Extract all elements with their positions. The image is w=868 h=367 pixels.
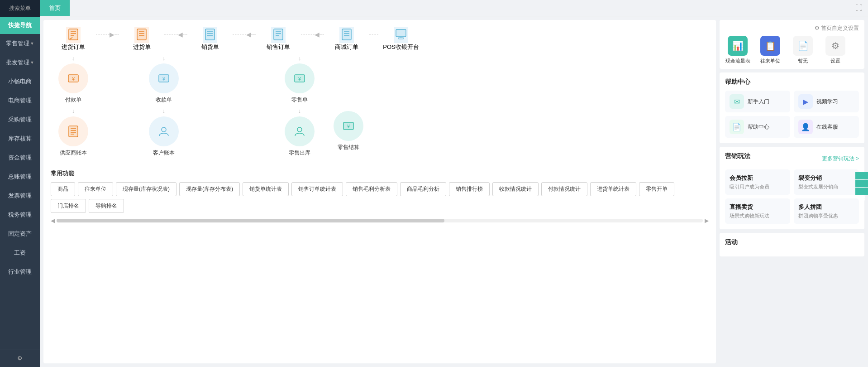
flow-row-2: ↓ ¥ 付款单 ↓ ¥: [51, 53, 709, 104]
mc-title-member: 会员拉新: [730, 174, 786, 182]
qi-label-cash_flow: 现金流量表: [725, 58, 750, 64]
func-btn-商品毛利分析[interactable]: 商品毛利分析: [400, 182, 446, 196]
settings-gear-icon[interactable]: ⚙: [0, 349, 40, 367]
arrow-left-2: ◀: [246, 31, 251, 38]
marketing-card-live[interactable]: 直播卖货 场景式购物新玩法: [725, 198, 790, 224]
flow-node-retail-outbound[interactable]: 零售出库: [277, 116, 322, 157]
sales-order-label: 销售订单: [267, 43, 290, 51]
help-item-help[interactable]: 📄 帮助中心: [725, 116, 790, 138]
sidebar-item-inventory[interactable]: 库存核算: [0, 129, 40, 148]
sales-order-icon: [271, 27, 286, 43]
flow-node-receipt[interactable]: ¥ 收款单: [141, 63, 186, 104]
arrow-6: [251, 34, 256, 34]
flow-node-retail-order[interactable]: ¥ 零售单: [277, 63, 322, 104]
quick-icon-cash_flow[interactable]: 📊 现金流量表: [725, 36, 750, 64]
flow-node-purchase-order[interactable]: 进货订单: [51, 27, 96, 51]
quick-icon-none[interactable]: 📄 暂无: [790, 36, 816, 64]
tab-home[interactable]: 首页: [40, 0, 70, 16]
quick-icon-counterpart[interactable]: 📋 往来单位: [758, 36, 783, 64]
flow-node-pos[interactable]: POS收银开台: [378, 27, 424, 51]
sidebar-item-ecom-mini[interactable]: 小畅电商: [0, 72, 40, 91]
func-btn-现存量库存分布表[interactable]: 现存量(库存分布表): [179, 182, 240, 196]
sidebar-item-fixed-assets[interactable]: 固定资产: [0, 224, 40, 243]
svg-text:¥: ¥: [162, 76, 166, 82]
scrollbar-container: ◀ ▶: [51, 217, 709, 224]
quick-icons: 📊 现金流量表 📋 往来单位 📄 暂无 ⚙ 设置: [725, 36, 859, 64]
func-btn-销货单统计表[interactable]: 销货单统计表: [243, 182, 289, 196]
marketing-card-group[interactable]: 多人拼团 拼团购物享受优惠: [794, 198, 859, 224]
scroll-right-btn[interactable]: ▶: [705, 217, 709, 224]
func-btn-收款情况统计[interactable]: 收款情况统计: [492, 182, 539, 196]
func-btn-付款情况统计[interactable]: 付款情况统计: [541, 182, 587, 196]
func-btn-现存量库存状况表[interactable]: 现存量(库存状况表): [116, 182, 176, 196]
func-btn-进货单统计表[interactable]: 进货单统计表: [590, 182, 636, 196]
retail-order-icon: ¥: [285, 63, 315, 93]
quick-access-settings[interactable]: ⚙ 首页自定义设置: [725, 24, 859, 32]
sidebar-item-retail[interactable]: 零售管理 ▼: [0, 34, 40, 53]
sidebar-item-invoice[interactable]: 发票管理: [0, 186, 40, 205]
func-btn-导购排名[interactable]: 导购排名: [89, 199, 124, 213]
arrow-3: [164, 34, 178, 34]
retail-order-label: 零售单: [291, 96, 308, 104]
help-item-video[interactable]: ▶ 视频学习: [794, 91, 859, 112]
mc-desc-live: 场景式购物新玩法: [730, 212, 786, 219]
sidebar-item-wholesale[interactable]: 批发管理 ▼: [0, 53, 40, 72]
flow-node-sales-order[interactable]: 销售订单: [256, 27, 301, 51]
float-btn-community[interactable]: 服务社区: [855, 180, 868, 187]
vert-col-receipt: ↓ ¥ 收款单: [141, 53, 186, 104]
flow-node-supplier-account[interactable]: 供应商账本: [51, 116, 96, 157]
sales-bill-icon: [203, 27, 217, 43]
sidebar-item-tax[interactable]: 税务管理: [0, 205, 40, 224]
flow-node-customer-account[interactable]: 客户账本: [141, 116, 186, 157]
marketing-card-member[interactable]: 会员拉新 吸引用户成为会员: [725, 169, 790, 195]
func-btn-零售开单[interactable]: 零售开单: [639, 182, 674, 196]
flow-node-retail-checkout[interactable]: ¥ 零售结算: [326, 111, 371, 151]
quick-icon-settings[interactable]: ⚙ 设置: [823, 36, 848, 64]
svg-rect-15: [274, 29, 283, 40]
func-btn-门店排名[interactable]: 门店排名: [51, 199, 86, 213]
retail-outbound-icon: [285, 116, 315, 146]
sidebar: 搜索菜单 快捷导航 零售管理 ▼ 批发管理 ▼ 小畅电商 电商管理 采购管理 库…: [0, 0, 40, 367]
down-arrow-supplier: ↓: [72, 106, 75, 116]
purchase-bill-label: 进货单: [133, 43, 151, 51]
sidebar-item-purchase[interactable]: 采购管理: [0, 110, 40, 129]
help-item-online_cs[interactable]: 👤 在线客服: [794, 116, 859, 138]
float-btn-customer_service[interactable]: 客服热线: [855, 172, 868, 179]
float-btn-desktop[interactable]: 桌面快捷: [855, 188, 868, 195]
down-arrow-receipt: ↓: [162, 53, 166, 63]
scroll-left-btn[interactable]: ◀: [51, 217, 55, 224]
flow-node-sales-bill[interactable]: 销货单: [187, 27, 233, 51]
vert-col-customer: ↓ 客户账本: [141, 106, 186, 156]
sidebar-item-payroll[interactable]: 工资: [0, 243, 40, 262]
expand-icon[interactable]: ⛶: [850, 4, 868, 12]
func-btn-往来单位[interactable]: 往来单位: [78, 182, 113, 196]
sidebar-item-ecom-mgmt[interactable]: 电商管理: [0, 91, 40, 110]
retail-outbound-label: 零售出库: [289, 149, 310, 157]
payment-label: 付款单: [65, 96, 81, 104]
more-marketing-link[interactable]: 更多营销玩法 >: [822, 155, 859, 163]
retail-checkout-label: 零售结算: [338, 144, 359, 151]
help-label-help: 帮助中心: [748, 123, 769, 131]
func-btn-销售毛利分析表[interactable]: 销售毛利分析表: [346, 182, 397, 196]
mall-order-label: 商城订单: [335, 43, 358, 51]
sidebar-item-more[interactable]: 行业管理: [0, 262, 40, 281]
sidebar-search[interactable]: 搜索菜单: [0, 0, 40, 17]
scrollbar-track[interactable]: [57, 219, 703, 222]
sidebar-item-capital[interactable]: 资金管理: [0, 148, 40, 167]
sidebar-item-ledger[interactable]: 总账管理: [0, 167, 40, 186]
func-btn-销售订单统计表[interactable]: 销售订单统计表: [291, 182, 343, 196]
arrow-9: [369, 34, 378, 34]
func-btn-商品[interactable]: 商品: [51, 182, 75, 196]
flow-node-purchase-bill[interactable]: 进货单: [119, 27, 164, 51]
svg-text:¥: ¥: [298, 76, 301, 82]
help-item-beginner[interactable]: ✉ 新手入门: [725, 91, 790, 112]
help-icon-video: ▶: [798, 94, 813, 109]
flow-node-mall-order[interactable]: 商城订单: [324, 27, 369, 51]
marketing: 营销玩法 更多营销玩法 > 会员拉新 吸引用户成为会员 裂变分销 裂变式发展分销…: [720, 147, 864, 229]
flow-node-payment[interactable]: ¥ 付款单: [51, 63, 96, 104]
receipt-icon: ¥: [149, 63, 179, 93]
arrow-right-1: ▶: [110, 31, 114, 38]
func-btn-销售排行榜[interactable]: 销售排行榜: [449, 182, 490, 196]
sales-bill-label: 销货单: [201, 43, 219, 51]
marketing-card-fission[interactable]: 裂变分销 裂变式发展分销商: [794, 169, 859, 195]
